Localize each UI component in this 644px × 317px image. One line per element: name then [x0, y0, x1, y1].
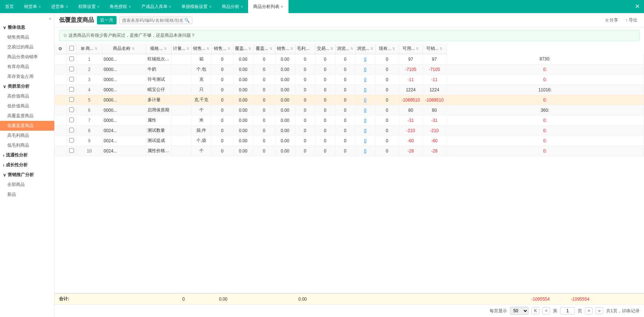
sidebar-item-low-coverage[interactable]: 低覆盖度商品: [0, 121, 54, 131]
close-icon[interactable]: ×: [97, 0, 99, 13]
row-checkbox[interactable]: [69, 148, 74, 153]
close-icon[interactable]: ×: [39, 0, 41, 13]
sidebar-item-high-margin[interactable]: 高毛利商品: [0, 131, 54, 140]
time-filter-month[interactable]: 近一月: [97, 16, 117, 24]
cell-browse1[interactable]: 0: [355, 115, 375, 126]
export-button[interactable]: ↑ 导出: [623, 16, 640, 24]
column-header-gross-margin[interactable]: 毛利率 ⇅: [295, 43, 315, 54]
row-checkbox[interactable]: [69, 138, 74, 143]
cell-checkbox[interactable]: [66, 64, 76, 75]
column-header-name[interactable]: 商品名称 ⇅: [102, 43, 146, 54]
search-input[interactable]: [122, 18, 183, 23]
column-header-coverage2[interactable]: 覆盖... ⇅: [253, 43, 275, 54]
sidebar-item-stock-funds[interactable]: 库存资金占用: [0, 72, 54, 82]
column-header-sales-amt[interactable]: 销售... ⇅: [211, 43, 233, 54]
sidebar-item-category-rate[interactable]: 商品分类动销率: [0, 52, 54, 62]
column-header-coverage1[interactable]: 覆盖... ⇅: [233, 43, 253, 54]
close-icon[interactable]: ×: [209, 0, 211, 13]
cell-checkbox[interactable]: [66, 54, 76, 64]
sidebar-item-new-goods[interactable]: 新品: [0, 190, 54, 199]
prev-page-button[interactable]: <: [542, 307, 550, 314]
column-header-avail-stock[interactable]: 可用... ⇅: [399, 43, 423, 54]
column-header-checkbox[interactable]: [66, 43, 76, 54]
row-checkbox[interactable]: [69, 128, 74, 132]
sidebar-item-low-value[interactable]: 低价值商品: [0, 101, 54, 111]
column-header-unit[interactable]: 计量... ⇅: [171, 43, 191, 54]
cell-name: 属性价格打印测试: [146, 146, 171, 156]
cell-browse1[interactable]: 0: [355, 64, 375, 75]
sidebar-group-flow-analysis[interactable]: › 流通性分析: [0, 150, 54, 160]
cell-checkbox[interactable]: [66, 95, 76, 105]
column-header-saleable[interactable]: 可销... ⇅: [423, 43, 446, 54]
row-checkbox[interactable]: [69, 87, 74, 92]
nav-sales-order[interactable]: 销货单 ×: [19, 0, 46, 13]
nav-product-analysis-list[interactable]: 商品分析列表 ×: [248, 0, 288, 13]
cell-browse1[interactable]: 0: [355, 146, 375, 156]
cell-checkbox[interactable]: [66, 75, 76, 85]
column-header-browse2[interactable]: 浏览... ⇅: [355, 43, 375, 54]
nav-role-auth[interactable]: 角色授权 ×: [105, 0, 136, 13]
close-icon[interactable]: ×: [281, 0, 283, 13]
row-checkbox[interactable]: [69, 118, 74, 122]
nav-product-analysis[interactable]: 商品分析 ×: [217, 0, 248, 13]
cell-browse1[interactable]: 0: [355, 136, 375, 146]
select-all-checkbox[interactable]: [69, 46, 74, 51]
next-page-button[interactable]: >: [585, 307, 593, 314]
sidebar-item-sales-goods[interactable]: 销售类商品: [0, 32, 54, 42]
column-header-code[interactable]: ⊞ 商... ⇅: [76, 43, 102, 54]
page-size-select[interactable]: 50 100 200: [510, 307, 529, 315]
window-close-button[interactable]: ✕: [631, 0, 644, 13]
nav-permission-settings[interactable]: 权限设置 ×: [73, 0, 105, 13]
cell-browse1[interactable]: 0: [355, 105, 375, 115]
nav-home[interactable]: 首页: [0, 0, 19, 13]
sidebar-item-high-value[interactable]: 高价值商品: [0, 91, 54, 101]
column-header-current-stock[interactable]: 现有... ⇅: [375, 43, 399, 54]
last-page-button[interactable]: »: [596, 307, 603, 314]
sidebar-item-all-goods[interactable]: 全部商品: [0, 180, 54, 190]
close-icon[interactable]: ×: [169, 0, 171, 13]
first-page-button[interactable]: K: [531, 307, 539, 314]
nav-finished-goods[interactable]: 产成品入库单 ×: [136, 0, 176, 13]
nav-purchase-order[interactable]: 进货单 ×: [46, 0, 73, 13]
nav-template-settings[interactable]: 单据模板设置 ×: [176, 0, 216, 13]
page-number-input[interactable]: [560, 307, 575, 314]
cell-checkbox[interactable]: [66, 115, 76, 126]
cell-browse1[interactable]: 0: [355, 95, 375, 105]
row-checkbox[interactable]: [69, 107, 74, 112]
cell-checkbox[interactable]: [66, 126, 76, 136]
cell-browse1[interactable]: 0: [355, 126, 375, 136]
column-header-settings[interactable]: ⚙: [55, 43, 66, 54]
column-header-sales3[interactable]: 销售... ⇅: [275, 43, 295, 54]
row-checkbox[interactable]: [69, 56, 74, 61]
cell-checkbox[interactable]: [66, 85, 76, 95]
close-icon[interactable]: ×: [241, 0, 243, 13]
sidebar-group-overall[interactable]: ∨ 整体信息: [0, 23, 54, 32]
sidebar-group-cluster-analysis[interactable]: ∨ 类群里分析: [0, 82, 54, 91]
cell-browse1[interactable]: 0: [355, 75, 375, 85]
sidebar-group-growth-analysis[interactable]: › 成长性分析: [0, 160, 54, 170]
cell-browse1[interactable]: 0: [355, 85, 375, 95]
sidebar-item-high-coverage[interactable]: 高覆盖度商品: [0, 111, 54, 121]
close-icon[interactable]: ×: [129, 0, 131, 13]
cell-cov1: 0: [253, 95, 275, 105]
column-header-browse1[interactable]: 浏览... ⇅: [335, 43, 355, 54]
sidebar-item-traded-goods[interactable]: 交易过的商品: [0, 42, 54, 52]
close-icon[interactable]: ×: [66, 0, 68, 13]
cell-num: 1: [76, 54, 102, 64]
cell-checkbox[interactable]: [66, 105, 76, 115]
sidebar-item-low-margin[interactable]: 低毛利商品: [0, 140, 54, 150]
column-header-spec[interactable]: 规格... ⇅: [146, 43, 171, 54]
sidebar-collapse-button[interactable]: «: [0, 15, 54, 23]
row-checkbox[interactable]: [69, 67, 74, 71]
column-header-sales-qty[interactable]: 销售... ⇅: [191, 43, 211, 54]
row-checkbox[interactable]: [69, 77, 74, 82]
sidebar-group-marketing-analysis[interactable]: ∨ 营销推广分析: [0, 170, 54, 180]
share-button[interactable]: ⎘ 分享: [604, 16, 620, 24]
cell-checkbox[interactable]: [66, 136, 76, 146]
cell-checkbox[interactable]: [66, 146, 76, 156]
column-header-trade[interactable]: 交易... ⇅: [315, 43, 335, 54]
cell-browse1[interactable]: 0: [355, 54, 375, 64]
cell-sales-qty: 0: [211, 105, 233, 115]
sidebar-item-with-stock[interactable]: 有库存商品: [0, 62, 54, 72]
row-checkbox[interactable]: [69, 97, 74, 102]
